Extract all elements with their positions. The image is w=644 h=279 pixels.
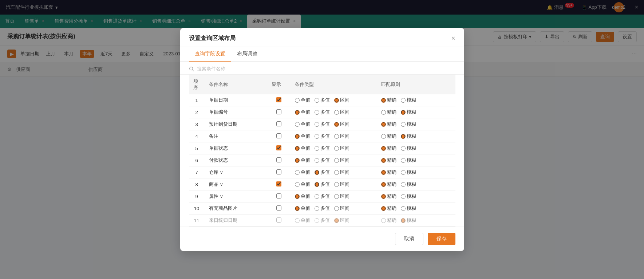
match-radio-match_exact[interactable]: 精确	[381, 109, 396, 115]
cell-name: 单据状态	[205, 142, 267, 154]
match-radio-match_exact[interactable]: 精确	[381, 193, 396, 200]
display-checkbox[interactable]	[276, 157, 281, 162]
type-radio-type_range[interactable]: 区间	[334, 133, 349, 140]
display-checkbox[interactable]	[276, 133, 281, 138]
svg-line-1	[192, 70, 194, 71]
match-radio-match_fuzzy[interactable]: 模糊	[401, 157, 416, 164]
cell-name: 商品 ∨	[205, 178, 267, 190]
save-button[interactable]: 保存	[428, 233, 455, 245]
match-radio-match_exact[interactable]: 精确	[381, 133, 396, 140]
type-radio-type_single[interactable]: 单值	[295, 109, 310, 115]
cell-display	[267, 154, 291, 166]
type-radio-type_single[interactable]: 单值	[295, 97, 310, 103]
cell-match: 精确模糊	[377, 94, 455, 106]
display-checkbox[interactable]	[276, 193, 281, 199]
display-checkbox[interactable]	[276, 145, 281, 150]
modal-tab-layout[interactable]: 布局调整	[231, 47, 263, 62]
type-radio-type_multi[interactable]: 多值	[315, 97, 330, 103]
match-radio-match_fuzzy[interactable]: 模糊	[401, 193, 416, 200]
table-head: 顺序 条件名称 显示 条件类型 匹配原则	[189, 75, 455, 94]
type-radio-type_range[interactable]: 区间	[334, 181, 349, 188]
type-radio-type_single[interactable]: 单值	[295, 217, 310, 224]
match-radio-match_exact[interactable]: 精确	[381, 157, 396, 164]
type-radio-type_range[interactable]: 区间	[334, 97, 349, 103]
cell-type: 单值多值区间	[291, 130, 377, 142]
match-radio-match_exact[interactable]: 精确	[381, 169, 396, 176]
match-radio-match_fuzzy[interactable]: 模糊	[401, 97, 416, 103]
display-checkbox[interactable]	[276, 109, 281, 114]
type-radio-type_range[interactable]: 区间	[334, 109, 349, 115]
cell-order: 1	[189, 94, 205, 106]
display-checkbox[interactable]	[276, 181, 281, 186]
type-radio-type_range[interactable]: 区间	[334, 145, 349, 152]
match-radio-match_fuzzy[interactable]: 模糊	[401, 205, 416, 212]
type-radio-type_range[interactable]: 区间	[334, 121, 349, 127]
match-radio-match_exact[interactable]: 精确	[381, 145, 396, 152]
modal-close-button[interactable]: ×	[451, 35, 455, 42]
match-radio-match_fuzzy[interactable]: 模糊	[401, 181, 416, 188]
cell-order: 4	[189, 130, 205, 142]
modal-search-area	[180, 62, 464, 75]
match-radio-match_fuzzy[interactable]: 模糊	[401, 145, 416, 152]
type-radio-type_single[interactable]: 单值	[295, 205, 310, 212]
cell-display	[267, 203, 291, 215]
type-radio-type_multi[interactable]: 多值	[315, 181, 330, 188]
cancel-button[interactable]: 取消	[395, 233, 423, 245]
type-radio-type_single[interactable]: 单值	[295, 145, 310, 152]
modal-footer: 取消 保存	[180, 227, 464, 251]
match-radio-match_fuzzy[interactable]: 模糊	[401, 217, 416, 224]
type-radio-type_single[interactable]: 单值	[295, 157, 310, 164]
type-radio-type_multi[interactable]: 多值	[315, 133, 330, 140]
display-checkbox[interactable]	[276, 169, 281, 174]
display-checkbox[interactable]	[276, 97, 281, 102]
modal-tab-fields[interactable]: 查询字段设置	[189, 47, 231, 62]
type-radio-type_multi[interactable]: 多值	[315, 157, 330, 164]
cell-type: 单值多值区间	[291, 203, 377, 215]
type-radio-type_range[interactable]: 区间	[334, 169, 349, 176]
type-radio-type_multi[interactable]: 多值	[315, 109, 330, 115]
type-radio-type_single[interactable]: 单值	[295, 181, 310, 188]
type-radio-type_single[interactable]: 单值	[295, 133, 310, 140]
match-radio-match_exact[interactable]: 精确	[381, 97, 396, 103]
table-row: 1单据日期单值多值区间精确模糊	[189, 94, 455, 106]
type-radio-type_single[interactable]: 单值	[295, 169, 310, 176]
col-order-header: 顺序	[189, 75, 205, 94]
type-radio-type_range[interactable]: 区间	[334, 217, 349, 224]
table-row: 9属性 ∨单值多值区间精确模糊	[189, 190, 455, 203]
type-radio-type_single[interactable]: 单值	[295, 121, 310, 127]
table-row: 6付款状态单值多值区间精确模糊	[189, 154, 455, 166]
cell-order: 5	[189, 142, 205, 154]
match-radio-match_fuzzy[interactable]: 模糊	[401, 133, 416, 140]
cell-name: 仓库 ∨	[205, 166, 267, 178]
cell-order: 7	[189, 166, 205, 178]
display-checkbox[interactable]	[276, 121, 281, 126]
type-radio-type_multi[interactable]: 多值	[315, 193, 330, 200]
cell-display	[267, 178, 291, 190]
match-radio-match_fuzzy[interactable]: 模糊	[401, 169, 416, 176]
display-checkbox[interactable]	[276, 205, 281, 211]
search-input[interactable]	[197, 66, 277, 71]
type-radio-type_multi[interactable]: 多值	[315, 169, 330, 176]
type-radio-type_range[interactable]: 区间	[334, 205, 349, 212]
type-radio-type_multi[interactable]: 多值	[315, 217, 330, 224]
cell-display	[267, 94, 291, 106]
cell-type: 单值多值区间	[291, 190, 377, 203]
type-radio-type_range[interactable]: 区间	[334, 157, 349, 164]
cell-display	[267, 142, 291, 154]
display-checkbox[interactable]	[276, 217, 281, 223]
match-radio-match_fuzzy[interactable]: 模糊	[401, 109, 416, 115]
cell-name: 预计到货日期	[205, 118, 267, 130]
match-radio-match_exact[interactable]: 精确	[381, 217, 396, 224]
match-radio-match_exact[interactable]: 精确	[381, 205, 396, 212]
match-radio-match_fuzzy[interactable]: 模糊	[401, 121, 416, 127]
type-radio-type_single[interactable]: 单值	[295, 193, 310, 200]
match-radio-match_exact[interactable]: 精确	[381, 181, 396, 188]
cell-type: 单值多值区间	[291, 166, 377, 178]
type-radio-type_multi[interactable]: 多值	[315, 205, 330, 212]
type-radio-type_range[interactable]: 区间	[334, 193, 349, 200]
type-radio-type_multi[interactable]: 多值	[315, 121, 330, 127]
type-radio-type_multi[interactable]: 多值	[315, 145, 330, 152]
search-icon	[189, 66, 194, 71]
match-radio-match_exact[interactable]: 精确	[381, 121, 396, 127]
cell-name: 单据日期	[205, 94, 267, 106]
